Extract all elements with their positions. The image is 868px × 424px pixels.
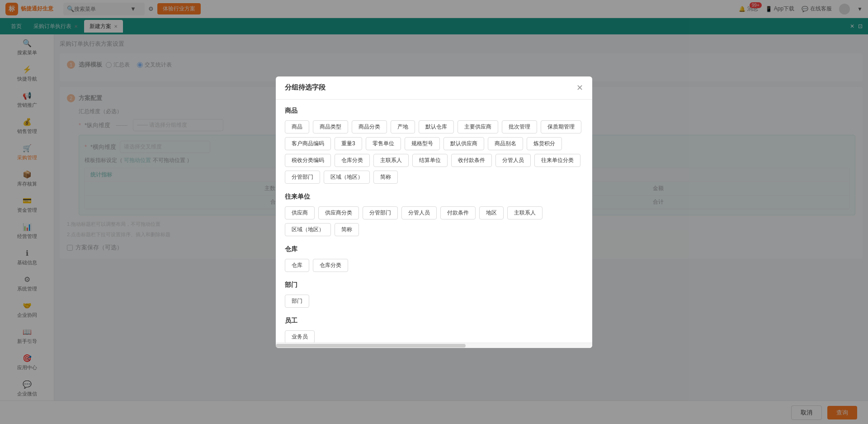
field-tag[interactable]: 商品 [285, 120, 309, 133]
field-tag[interactable]: 区域（地区） [324, 171, 370, 184]
partner-field-tags: 供应商 供应商分类 分管部门 分管人员 付款条件 地区 主联系人 区域（地区） … [285, 206, 583, 236]
field-tag[interactable]: 批次管理 [502, 120, 537, 133]
field-tag[interactable]: 部门 [285, 295, 309, 308]
field-tag[interactable]: 往来单位分类 [534, 154, 580, 167]
field-tag[interactable]: 付款条件 [440, 206, 476, 219]
section-partner-title: 往来单位 [285, 193, 583, 201]
section-goods-title: 商品 [285, 107, 583, 115]
field-tag[interactable]: 商品分类 [352, 120, 387, 133]
field-tag[interactable]: 分管人员 [495, 154, 531, 167]
field-tag[interactable]: 收付款条件 [451, 154, 492, 167]
field-tag[interactable]: 商品类型 [313, 120, 348, 133]
modal-title: 分组待选字段 [285, 83, 326, 92]
field-tag[interactable]: 简称 [335, 223, 359, 236]
field-tag[interactable]: 供应商分类 [318, 206, 359, 219]
goods-field-tags: 商品 商品类型 商品分类 产地 默认仓库 主要供应商 批次管理 保质期管理 客户… [285, 120, 583, 184]
field-tag[interactable]: 规格型号 [405, 137, 440, 150]
modal-overlay: 分组待选字段 ✕ 商品 商品 商品类型 商品分类 产地 默认仓库 主要供应商 批… [0, 0, 868, 424]
field-tag[interactable]: 默认供应商 [443, 137, 484, 150]
field-tag[interactable]: 主联系人 [507, 206, 542, 219]
field-tag[interactable]: 分管部门 [285, 171, 320, 184]
warehouse-field-tags: 仓库 仓库分类 [285, 259, 583, 272]
field-tag[interactable]: 分管部门 [363, 206, 398, 219]
field-tag[interactable]: 默认仓库 [419, 120, 454, 133]
field-tag[interactable]: 结算单位 [412, 154, 448, 167]
field-tag[interactable]: 分管人员 [401, 206, 437, 219]
section-partner: 往来单位 供应商 供应商分类 分管部门 分管人员 付款条件 地区 主联系人 区域… [285, 193, 583, 236]
field-tag[interactable]: 简称 [373, 171, 398, 184]
field-tag[interactable]: 业务员 [285, 330, 315, 343]
field-tag[interactable]: 产地 [391, 120, 415, 133]
field-tag[interactable]: 客户商品编码 [285, 137, 331, 150]
field-tag[interactable]: 税收分类编码 [285, 154, 331, 167]
section-goods: 商品 商品 商品类型 商品分类 产地 默认仓库 主要供应商 批次管理 保质期管理… [285, 107, 583, 184]
field-tag[interactable]: 炼货积分 [527, 137, 562, 150]
field-tag[interactable]: 主联系人 [373, 154, 409, 167]
field-tag[interactable]: 仓库 [285, 259, 309, 272]
staff-field-tags: 业务员 [285, 330, 583, 343]
field-tag[interactable]: 主要供应商 [458, 120, 498, 133]
section-staff: 员工 业务员 [285, 317, 583, 343]
field-tag[interactable]: 重量3 [335, 137, 362, 150]
modal-header: 分组待选字段 ✕ [276, 76, 592, 100]
field-tag[interactable]: 零售单位 [366, 137, 401, 150]
field-tag[interactable]: 供应商 [285, 206, 315, 219]
dept-field-tags: 部门 [285, 295, 583, 308]
section-warehouse-title: 仓库 [285, 245, 583, 253]
modal-hscroll-thumb [276, 344, 466, 348]
modal-dialog: 分组待选字段 ✕ 商品 商品 商品类型 商品分类 产地 默认仓库 主要供应商 批… [276, 76, 592, 348]
modal-close-button[interactable]: ✕ [576, 83, 583, 93]
modal-body: 商品 商品 商品类型 商品分类 产地 默认仓库 主要供应商 批次管理 保质期管理… [276, 100, 592, 343]
section-staff-title: 员工 [285, 317, 583, 325]
field-tag[interactable]: 地区 [479, 206, 504, 219]
modal-horizontal-scrollbar[interactable] [276, 343, 592, 348]
section-dept-title: 部门 [285, 281, 583, 289]
section-warehouse: 仓库 仓库 仓库分类 [285, 245, 583, 272]
field-tag[interactable]: 仓库分类 [335, 154, 370, 167]
field-tag[interactable]: 商品别名 [488, 137, 523, 150]
field-tag[interactable]: 区域（地区） [285, 223, 331, 236]
section-dept: 部门 部门 [285, 281, 583, 308]
field-tag[interactable]: 保质期管理 [541, 120, 581, 133]
field-tag[interactable]: 仓库分类 [313, 259, 348, 272]
